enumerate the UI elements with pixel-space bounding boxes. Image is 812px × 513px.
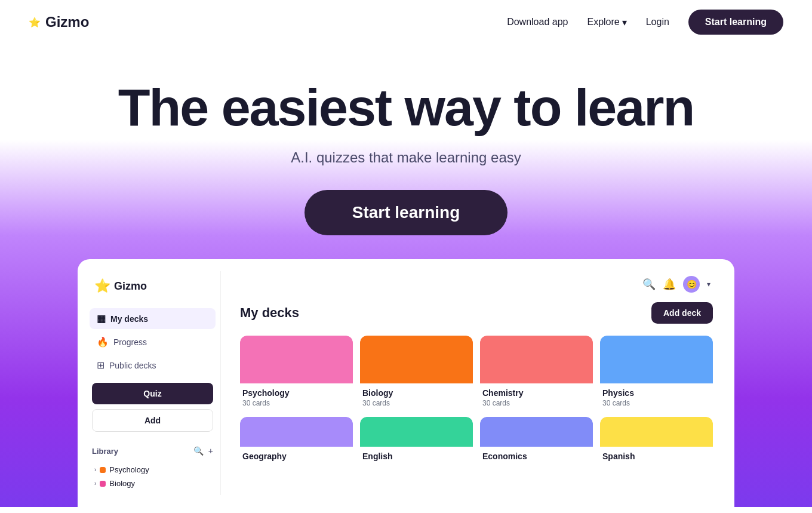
deck-name-english: English — [362, 451, 470, 461]
deck-card-geography[interactable]: Geography — [240, 417, 353, 463]
deck-card-spanish[interactable]: Spanish — [600, 417, 713, 463]
chevron-right-icon: › — [94, 466, 96, 473]
main-content-title: My decks — [240, 305, 299, 321]
deck-color-economics — [480, 417, 593, 447]
sidebar-item-public-decks-label: Public decks — [109, 361, 156, 370]
main-header: My decks Add deck — [240, 302, 713, 324]
hero-title: The easiest way to learn — [29, 80, 783, 135]
deck-color-geography — [240, 417, 353, 447]
library-item-biology[interactable]: › Biology — [90, 477, 216, 490]
add-button[interactable]: Add — [92, 409, 213, 432]
deck-grid: Psychology 30 cards Biology 30 cards Che… — [240, 336, 713, 463]
library-header: Library 🔍 + — [90, 444, 216, 458]
explore-label: Explore — [587, 17, 619, 27]
deck-count-biology: 30 cards — [362, 399, 470, 407]
chevron-down-icon: ▾ — [622, 17, 627, 28]
nav-start-learning-button[interactable]: Start learning — [688, 10, 783, 35]
logo-star-icon: ⭐ — [29, 17, 41, 28]
library-add-icon[interactable]: + — [208, 446, 213, 456]
sidebar: ⭐ Gizmo ▦ My decks 🔥 Progress ⊞ Public d… — [90, 271, 221, 495]
preview-topbar: 🔍 🔔 😊 ▾ — [240, 276, 713, 293]
deck-name-physics: Physics — [602, 388, 710, 398]
deck-card-chemistry[interactable]: Chemistry 30 cards — [480, 336, 593, 410]
library-item-psychology[interactable]: › Psychology — [90, 463, 216, 477]
library-title: Library — [92, 447, 118, 456]
bell-icon[interactable]: 🔔 — [663, 278, 676, 291]
deck-count-psychology: 30 cards — [242, 399, 350, 407]
sidebar-item-my-decks[interactable]: ▦ My decks — [90, 308, 216, 329]
deck-card-psychology[interactable]: Psychology 30 cards — [240, 336, 353, 410]
library-psychology-label: Psychology — [109, 465, 149, 474]
grid-icon: ⊞ — [97, 360, 104, 371]
sidebar-star-icon: ⭐ — [94, 278, 110, 294]
deck-name-geography: Geography — [242, 451, 350, 461]
explore-dropdown[interactable]: Explore ▾ — [587, 17, 626, 28]
deck-card-economics[interactable]: Economics — [480, 417, 593, 463]
deck-name-spanish: Spanish — [602, 451, 710, 461]
logo[interactable]: ⭐ Gizmo — [29, 14, 89, 30]
deck-name-economics: Economics — [482, 451, 590, 461]
deck-name-psychology: Psychology — [242, 388, 350, 398]
sidebar-action-buttons: Quiz Add — [90, 383, 216, 432]
library-search-icon[interactable]: 🔍 — [193, 446, 204, 456]
add-deck-button[interactable]: Add deck — [651, 302, 713, 324]
deck-color-psychology — [240, 336, 353, 383]
deck-color-biology — [360, 336, 473, 383]
avatar[interactable]: 😊 — [683, 276, 700, 293]
deck-count-physics: 30 cards — [602, 399, 710, 407]
sidebar-item-my-decks-label: My decks — [110, 314, 148, 324]
avatar-chevron-icon[interactable]: ▾ — [707, 280, 710, 288]
deck-color-english — [360, 417, 473, 447]
search-icon[interactable]: 🔍 — [642, 278, 656, 291]
deck-name-biology: Biology — [362, 388, 470, 398]
psychology-color-dot — [100, 467, 106, 473]
bar-chart-icon: ▦ — [97, 313, 106, 324]
deck-card-english[interactable]: English — [360, 417, 473, 463]
library-actions: 🔍 + — [193, 446, 213, 456]
hero-start-learning-button[interactable]: Start learning — [304, 190, 508, 235]
sidebar-item-progress[interactable]: 🔥 Progress — [90, 331, 216, 352]
sidebar-item-public-decks[interactable]: ⊞ Public decks — [90, 355, 216, 376]
nav-links: Download app Explore ▾ Login Start learn… — [507, 10, 783, 35]
deck-color-chemistry — [480, 336, 593, 383]
hero-subtitle: A.I. quizzes that make learning easy — [29, 149, 783, 166]
biology-color-dot — [100, 481, 106, 487]
sidebar-logo: ⭐ Gizmo — [90, 276, 216, 296]
hero-section: The easiest way to learn A.I. quizzes th… — [0, 44, 812, 235]
app-preview: ⭐ Gizmo ▦ My decks 🔥 Progress ⊞ Public d… — [78, 259, 734, 507]
library-biology-label: Biology — [109, 479, 135, 488]
sidebar-item-progress-label: Progress — [113, 337, 147, 347]
login-link[interactable]: Login — [646, 17, 669, 27]
deck-card-physics[interactable]: Physics 30 cards — [600, 336, 713, 410]
deck-card-biology[interactable]: Biology 30 cards — [360, 336, 473, 410]
topbar-icons: 🔍 🔔 😊 ▾ — [642, 276, 710, 293]
navbar: ⭐ Gizmo Download app Explore ▾ Login Sta… — [0, 0, 812, 44]
flame-icon: 🔥 — [97, 336, 109, 348]
deck-count-chemistry: 30 cards — [482, 399, 590, 407]
quiz-button[interactable]: Quiz — [92, 383, 213, 404]
deck-color-physics — [600, 336, 713, 383]
logo-text: Gizmo — [45, 14, 89, 30]
deck-color-spanish — [600, 417, 713, 447]
app-preview-wrapper: ⭐ Gizmo ▦ My decks 🔥 Progress ⊞ Public d… — [0, 235, 812, 507]
deck-name-chemistry: Chemistry — [482, 388, 590, 398]
chevron-right-icon-2: › — [94, 480, 96, 487]
sidebar-logo-text: Gizmo — [114, 280, 147, 293]
main-content: 🔍 🔔 😊 ▾ My decks Add deck Psychology 30 … — [230, 271, 722, 495]
download-app-link[interactable]: Download app — [507, 17, 568, 27]
